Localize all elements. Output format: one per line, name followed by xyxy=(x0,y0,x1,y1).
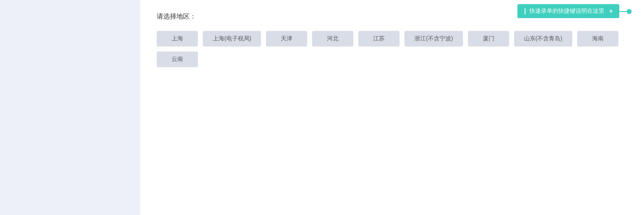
region-button-tianjin[interactable]: 天津 xyxy=(266,31,307,47)
region-button-shandong[interactable]: 山东(不含青岛) xyxy=(514,31,572,47)
region-button-hebei[interactable]: 河北 xyxy=(312,31,353,47)
region-button-jiangsu[interactable]: 江苏 xyxy=(358,31,400,47)
region-button-shanghai-etax[interactable]: 上海(电子税局) xyxy=(203,31,261,47)
region-button-yunnan[interactable]: 云南 xyxy=(157,51,198,67)
region-button-shanghai[interactable]: 上海 xyxy=(157,31,198,47)
main-content: 请选择地区： 上海上海(电子税局)天津河北江苏浙江(不含宁波)厦门山东(不含青岛… xyxy=(140,0,644,215)
tooltip-dot xyxy=(627,9,632,14)
region-button-hainan[interactable]: 海南 xyxy=(577,31,618,47)
tooltip-text: 快速录单的快捷键说明在这里 xyxy=(529,7,604,15)
region-button-zhejiang[interactable]: 浙江(不含宁波) xyxy=(404,31,463,47)
region-button-xiamen[interactable]: 厦门 xyxy=(468,31,509,47)
region-grid: 上海上海(电子税局)天津河北江苏浙江(不含宁波)厦门山东(不含青岛)海南云南 xyxy=(157,31,628,67)
tooltip-banner: 快速录单的快捷键说明在这里 × xyxy=(517,4,619,18)
left-sidebar xyxy=(0,0,140,215)
tooltip-line xyxy=(618,11,627,12)
tooltip-close-button[interactable]: × xyxy=(609,8,613,14)
